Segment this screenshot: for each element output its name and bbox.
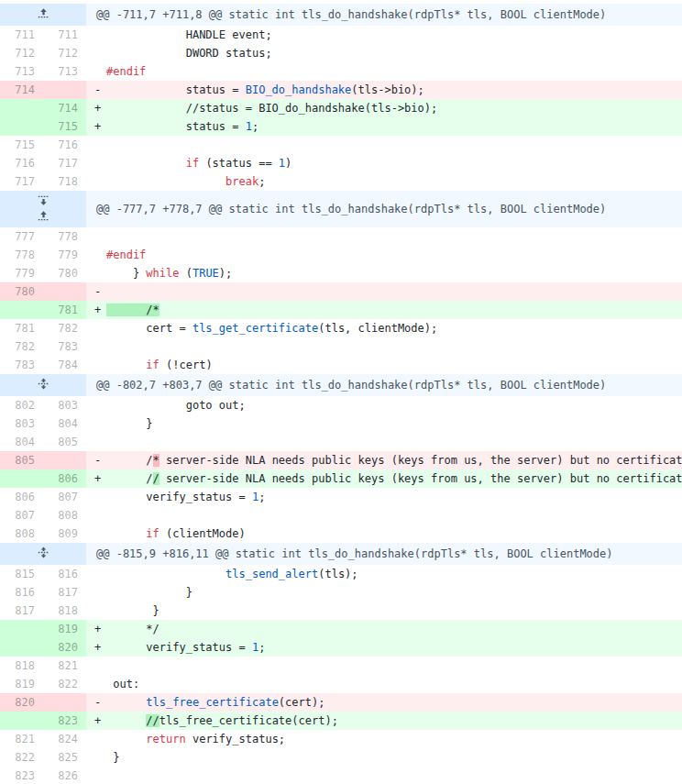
old-line-number[interactable]: [0, 301, 43, 319]
fold-up-icon: [38, 210, 50, 225]
diff-row: 778779#endif: [0, 246, 682, 264]
code-line: goto out;: [86, 396, 682, 414]
expand-down-button[interactable]: [34, 194, 52, 208]
old-line-number[interactable]: 805: [0, 451, 43, 469]
new-line-number[interactable]: 808: [43, 506, 86, 525]
code-line: + //status = BIO_do_handshake(tls->bio);: [86, 99, 682, 117]
new-line-number[interactable]: 826: [43, 767, 86, 784]
new-line-number[interactable]: 715: [43, 117, 86, 136]
old-line-number[interactable]: 820: [0, 693, 43, 712]
old-line-number[interactable]: 781: [0, 319, 43, 337]
new-line-number[interactable]: 783: [43, 337, 86, 356]
old-line-number[interactable]: 777: [0, 227, 43, 246]
old-line-number[interactable]: [0, 117, 43, 136]
old-line-number[interactable]: 802: [0, 396, 43, 414]
new-line-number[interactable]: 803: [43, 396, 86, 414]
new-line-number[interactable]: 782: [43, 319, 86, 337]
new-line-number[interactable]: 717: [43, 154, 86, 172]
old-line-number[interactable]: [0, 712, 43, 730]
old-line-number[interactable]: [0, 620, 43, 638]
old-line-number[interactable]: 808: [0, 525, 43, 543]
diff-marker: -: [92, 451, 106, 469]
new-line-number[interactable]: 714: [43, 99, 86, 117]
code-token: [106, 696, 146, 709]
old-line-number[interactable]: 711: [0, 26, 43, 44]
old-line-number[interactable]: 782: [0, 337, 43, 356]
old-line-number[interactable]: 714: [0, 81, 43, 99]
new-line-number[interactable]: 805: [43, 433, 86, 451]
new-line-number[interactable]: 816: [43, 565, 86, 583]
expand-up-button[interactable]: [34, 210, 52, 224]
code-token: (status ==: [199, 157, 279, 170]
new-line-number[interactable]: [43, 81, 86, 99]
new-line-number[interactable]: 809: [43, 525, 86, 543]
hunk-header-text: @@ -815,9 +816,11 @@ static int tls_do_h…: [86, 543, 682, 565]
old-line-number[interactable]: 818: [0, 657, 43, 675]
new-line-number[interactable]: 713: [43, 62, 86, 81]
old-line-number[interactable]: 822: [0, 748, 43, 767]
old-line-number[interactable]: 821: [0, 730, 43, 748]
expand-all-button[interactable]: [34, 379, 52, 392]
old-line-number[interactable]: 717: [0, 172, 43, 191]
old-line-number[interactable]: 779: [0, 264, 43, 282]
new-line-number[interactable]: 807: [43, 488, 86, 506]
code-token: [106, 568, 226, 580]
code-line: - /* server-side NLA needs public keys (…: [86, 451, 682, 469]
new-line-number[interactable]: 716: [43, 136, 86, 154]
new-line-number[interactable]: 784: [43, 356, 86, 374]
old-line-number[interactable]: 783: [0, 356, 43, 374]
new-line-number[interactable]: [43, 451, 86, 469]
diff-marker: -: [92, 282, 106, 301]
old-line-number[interactable]: 803: [0, 414, 43, 433]
old-line-number[interactable]: 715: [0, 136, 43, 154]
new-line-number[interactable]: 780: [43, 264, 86, 282]
old-line-number[interactable]: 778: [0, 246, 43, 264]
new-line-number[interactable]: 779: [43, 246, 86, 264]
old-line-number[interactable]: 712: [0, 44, 43, 62]
diff-row: 820+ verify_status = 1;: [0, 638, 682, 657]
diff-row: 781782 cert = tls_get_certificate(tls, c…: [0, 319, 682, 337]
code-token: ;: [258, 175, 265, 188]
diff-row: 802803 goto out;: [0, 396, 682, 414]
new-line-number[interactable]: [43, 282, 86, 301]
new-line-number[interactable]: 817: [43, 583, 86, 602]
old-line-number[interactable]: 713: [0, 62, 43, 81]
new-line-number[interactable]: 778: [43, 227, 86, 246]
old-line-number[interactable]: 823: [0, 767, 43, 784]
old-line-number[interactable]: 806: [0, 488, 43, 506]
new-line-number[interactable]: 822: [43, 675, 86, 693]
old-line-number[interactable]: 815: [0, 565, 43, 583]
new-line-number[interactable]: 825: [43, 748, 86, 767]
new-line-number[interactable]: 718: [43, 172, 86, 191]
code-line: + status = 1;: [86, 117, 682, 136]
old-line-number[interactable]: 817: [0, 602, 43, 620]
new-line-number[interactable]: 818: [43, 602, 86, 620]
new-line-number[interactable]: 781: [43, 301, 86, 319]
old-line-number[interactable]: 819: [0, 675, 43, 693]
expand-up-button[interactable]: [34, 8, 52, 22]
old-line-number[interactable]: 807: [0, 506, 43, 525]
new-line-number[interactable]: 821: [43, 657, 86, 675]
code-line: [86, 136, 682, 154]
old-line-number[interactable]: 780: [0, 282, 43, 301]
new-line-number[interactable]: 711: [43, 26, 86, 44]
new-line-number[interactable]: 820: [43, 638, 86, 657]
new-line-number[interactable]: 819: [43, 620, 86, 638]
diff-row: 715+ status = 1;: [0, 117, 682, 136]
expand-all-button[interactable]: [34, 547, 52, 561]
code-token: }: [106, 267, 146, 280]
old-line-number[interactable]: [0, 469, 43, 488]
old-line-number[interactable]: 716: [0, 154, 43, 172]
old-line-number[interactable]: 816: [0, 583, 43, 602]
old-line-number[interactable]: [0, 99, 43, 117]
new-line-number[interactable]: 804: [43, 414, 86, 433]
new-line-number[interactable]: 824: [43, 730, 86, 748]
code-token: while: [146, 267, 179, 280]
new-line-number[interactable]: [43, 693, 86, 712]
new-line-number[interactable]: 823: [43, 712, 86, 730]
old-line-number[interactable]: [0, 638, 43, 657]
code-token: (tls->bio);: [351, 83, 424, 96]
old-line-number[interactable]: 804: [0, 433, 43, 451]
new-line-number[interactable]: 806: [43, 469, 86, 488]
new-line-number[interactable]: 712: [43, 44, 86, 62]
